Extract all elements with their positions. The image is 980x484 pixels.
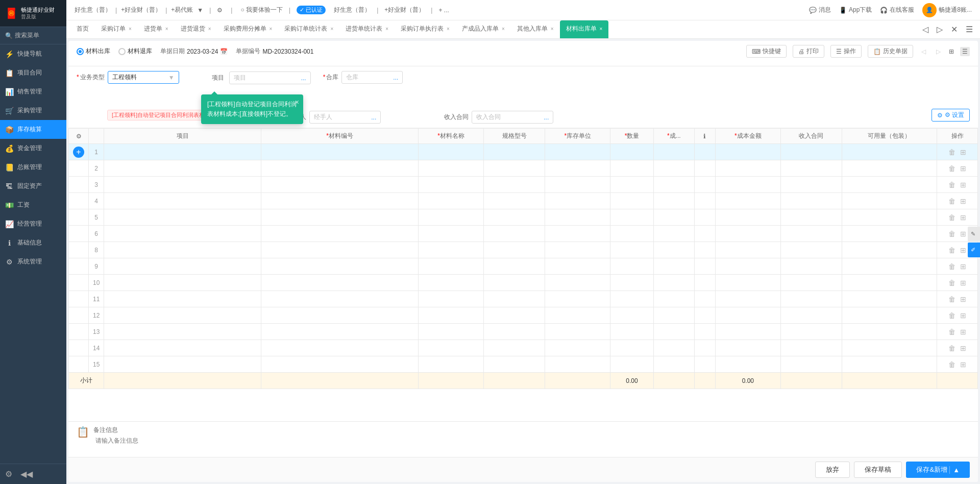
income-contract-cell[interactable] — [781, 324, 842, 340]
delete-row-btn[interactable]: 🗑 — [947, 278, 957, 288]
save-new-btn[interactable]: 保存&新增 ▲ — [906, 462, 970, 478]
sidebar-item-operations[interactable]: 📈 经营管理 — [0, 214, 66, 233]
topbar-link-yidaizhang[interactable]: +易代账 — [171, 6, 193, 14]
quantity-cell[interactable] — [610, 307, 653, 324]
material-name-cell[interactable] — [418, 291, 483, 307]
project-cell[interactable] — [104, 177, 261, 193]
copy-row-btn[interactable]: ⊞ — [959, 343, 968, 353]
shortcut-btn[interactable]: ⌨ 快捷键 — [746, 45, 787, 58]
available-cell[interactable] — [842, 144, 937, 160]
tab-incoming-stats[interactable]: 进货单统计表 × — [339, 20, 395, 39]
project-cell[interactable] — [104, 242, 261, 258]
material-name-cell[interactable] — [418, 324, 483, 340]
material-name-cell[interactable] — [418, 242, 483, 258]
tab-prev-icon[interactable]: ◁ — [919, 23, 932, 35]
col-project-header[interactable]: 项目 — [104, 129, 261, 144]
quantity-cell[interactable] — [610, 193, 653, 209]
sidebar-item-system[interactable]: ⚙ 系统管理 — [0, 252, 66, 271]
cost-amount-cell[interactable] — [715, 160, 780, 177]
income-contract-cell[interactable] — [781, 275, 842, 291]
spec-cell[interactable] — [484, 209, 545, 226]
cost-cell[interactable] — [653, 291, 695, 307]
cost-cell[interactable] — [653, 177, 695, 193]
material-code-cell[interactable] — [261, 226, 419, 242]
copy-row-btn[interactable]: ⊞ — [959, 278, 968, 288]
income-contract-cell[interactable] — [781, 177, 842, 193]
available-cell[interactable] — [842, 291, 937, 307]
handler-dots[interactable]: ... — [371, 114, 376, 121]
collapse-icon[interactable]: ◀◀ — [20, 469, 33, 479]
material-name-cell[interactable] — [418, 177, 483, 193]
unit-cell[interactable] — [545, 242, 610, 258]
quantity-cell[interactable] — [610, 242, 653, 258]
available-cell[interactable] — [842, 356, 937, 373]
spec-cell[interactable] — [484, 258, 545, 275]
spec-cell[interactable] — [484, 193, 545, 209]
material-code-cell[interactable] — [261, 307, 419, 324]
tab-close-icon[interactable]: × — [129, 26, 132, 32]
quantity-cell[interactable] — [610, 356, 653, 373]
spec-cell[interactable] — [484, 340, 545, 356]
quantity-cell[interactable] — [610, 275, 653, 291]
delete-row-btn[interactable]: 🗑 — [947, 245, 957, 255]
settings-bottom-icon[interactable]: ⚙ — [5, 469, 12, 479]
radio-material-return[interactable]: 材料退库 — [118, 47, 152, 56]
material-name-cell[interactable] — [418, 226, 483, 242]
delete-row-btn[interactable]: 🗑 — [947, 343, 957, 353]
quantity-cell[interactable] — [610, 177, 653, 193]
tab-incoming[interactable]: 进货单 × — [138, 20, 175, 39]
sidebar-item-purchase[interactable]: 🛒 采购管理 — [0, 101, 66, 120]
topbar-link-2[interactable]: 好生意（普） — [334, 6, 371, 14]
tab-close-icon[interactable]: × — [165, 26, 168, 32]
material-name-cell[interactable] — [418, 144, 483, 160]
col-cost-header[interactable]: *成... — [653, 129, 695, 144]
tab-close-icon[interactable]: × — [600, 26, 603, 32]
unit-cell[interactable] — [545, 324, 610, 340]
project-cell[interactable] — [104, 144, 261, 160]
income-contract-cell[interactable] — [781, 242, 842, 258]
copy-row-btn[interactable]: ⊞ — [959, 229, 968, 239]
income-contract-cell[interactable] — [781, 160, 842, 177]
sidebar-item-fixedassets[interactable]: 🏗 固定资产 — [0, 177, 66, 196]
tab-purchase-order[interactable]: 采购订单 × — [95, 20, 138, 39]
right-panel-btn2[interactable]: ✐ — [968, 243, 980, 257]
discard-btn[interactable]: 放弃 — [815, 462, 850, 478]
project-cell[interactable] — [104, 324, 261, 340]
material-code-cell[interactable] — [261, 356, 419, 373]
copy-row-btn[interactable]: ⊞ — [959, 147, 968, 157]
col-available-header[interactable]: 可用量（包装） — [842, 129, 937, 144]
delete-row-btn[interactable]: 🗑 — [947, 294, 957, 304]
sidebar-item-finance[interactable]: 💰 资金管理 — [0, 139, 66, 158]
material-code-cell[interactable] — [261, 242, 419, 258]
col-unit-header[interactable]: *库存单位 — [545, 129, 610, 144]
material-name-cell[interactable] — [418, 193, 483, 209]
unit-cell[interactable] — [545, 291, 610, 307]
tab-product-warehousing[interactable]: 产成品入库单 × — [456, 20, 511, 39]
handler-input[interactable]: 经手人 ... — [309, 111, 381, 124]
unit-cell[interactable] — [545, 144, 610, 160]
sidebar-item-quicknav[interactable]: ⚡ 快捷导航 — [0, 44, 66, 63]
date-value[interactable]: 2023-03-24 — [187, 48, 218, 55]
cost-amount-cell[interactable] — [715, 356, 780, 373]
copy-row-btn[interactable]: ⊞ — [959, 261, 968, 272]
tab-close-icon[interactable]: × — [208, 26, 211, 32]
cost-amount-cell[interactable] — [715, 177, 780, 193]
col-settings-header[interactable]: ⚙ — [69, 129, 89, 144]
spec-cell[interactable] — [484, 177, 545, 193]
unit-cell[interactable] — [545, 275, 610, 291]
list-icon[interactable]: ☰ — [960, 47, 970, 56]
save-new-dropdown-icon[interactable]: ▲ — [949, 466, 960, 474]
material-code-cell[interactable] — [261, 324, 419, 340]
income-contract-dots[interactable]: ... — [544, 114, 549, 121]
project-input[interactable]: 项目 ... — [229, 71, 311, 84]
project-cell[interactable] — [104, 193, 261, 209]
delete-row-btn[interactable]: 🗑 — [947, 310, 957, 321]
material-name-cell[interactable] — [418, 160, 483, 177]
unit-cell[interactable] — [545, 258, 610, 275]
settings-button[interactable]: ⚙ ⚙ 设置 — [932, 109, 970, 122]
available-cell[interactable] — [842, 226, 937, 242]
copy-row-btn[interactable]: ⊞ — [959, 294, 968, 304]
cost-amount-cell[interactable] — [715, 144, 780, 160]
unit-cell[interactable] — [545, 307, 610, 324]
material-name-cell[interactable] — [418, 258, 483, 275]
